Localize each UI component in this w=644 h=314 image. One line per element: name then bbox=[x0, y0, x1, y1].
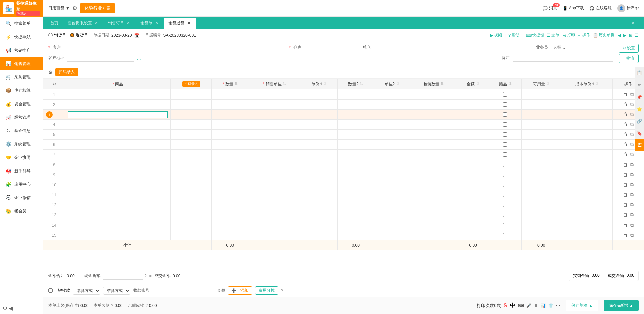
sidebar-item-newbie[interactable]: 🎯新手引导 bbox=[0, 164, 43, 178]
gift-checkbox[interactable] bbox=[503, 203, 507, 207]
gift-checkbox-wrap[interactable] bbox=[492, 173, 519, 177]
rp-link-btn[interactable]: 🔗 bbox=[635, 115, 644, 127]
address-input[interactable] bbox=[67, 54, 134, 62]
save-new-btn[interactable]: 保存&新增 ▲ bbox=[604, 300, 639, 311]
tab-close-sales_return[interactable]: ✕ bbox=[186, 21, 191, 25]
copy-row-btn[interactable]: ⧉ bbox=[630, 201, 634, 208]
tab-home[interactable]: 首页 bbox=[46, 18, 63, 29]
delete-row-btn[interactable]: 🗑 bbox=[622, 201, 628, 208]
gift-checkbox[interactable] bbox=[503, 102, 507, 107]
gift-checkbox-wrap[interactable] bbox=[492, 122, 519, 127]
debit-info-btn[interactable]: ? bbox=[111, 303, 113, 308]
copy-row-btn[interactable]: ⧉ bbox=[630, 211, 634, 218]
product-cell[interactable] bbox=[65, 230, 170, 240]
next-btn[interactable]: ▶ bbox=[623, 33, 626, 38]
trial-btn[interactable]: 体验行业方案 bbox=[80, 3, 115, 13]
delete-row-btn[interactable]: 🗑 bbox=[622, 232, 628, 238]
product-cell[interactable] bbox=[65, 170, 170, 180]
copy-row-btn[interactable]: ⧉ bbox=[630, 111, 634, 118]
gift-checkbox[interactable] bbox=[503, 112, 507, 117]
product-cell[interactable] bbox=[65, 120, 170, 130]
discount-input[interactable] bbox=[103, 272, 143, 280]
gift-checkbox-wrap[interactable] bbox=[492, 183, 519, 187]
staff-input[interactable] bbox=[551, 44, 606, 51]
product-cell[interactable] bbox=[65, 220, 170, 230]
warehouse-select-btn[interactable]: ... bbox=[373, 45, 377, 50]
gift-checkbox[interactable] bbox=[503, 142, 507, 147]
product-cell[interactable] bbox=[65, 110, 170, 120]
rp-note-btn[interactable]: 📋 bbox=[635, 67, 644, 79]
delete-row-btn[interactable]: 🗑 bbox=[622, 111, 628, 118]
gift-checkbox-wrap[interactable] bbox=[492, 112, 519, 117]
sidebar-item-system[interactable]: ⚙️系统管理 bbox=[0, 137, 43, 151]
gift-checkbox[interactable] bbox=[503, 213, 507, 217]
sidebar-collapse-btn[interactable]: ◀ bbox=[9, 305, 13, 311]
expand-tab-btn[interactable]: ⛶ bbox=[637, 20, 641, 26]
gift-checkbox-wrap[interactable] bbox=[492, 193, 519, 197]
gift-checkbox-wrap[interactable] bbox=[492, 163, 519, 167]
product-cell[interactable] bbox=[65, 180, 170, 190]
customer-select-btn[interactable]: ... bbox=[126, 45, 130, 50]
account-input[interactable] bbox=[152, 287, 208, 294]
product-cell[interactable] bbox=[65, 140, 170, 150]
tab-close-sales_order[interactable]: ✕ bbox=[126, 21, 131, 25]
sidebar-item-finance[interactable]: 💰资金管理 bbox=[0, 97, 43, 111]
add-payment-btn[interactable]: ➕ + 添加 bbox=[228, 286, 252, 295]
message-btn[interactable]: 💬 消息 70 bbox=[543, 5, 557, 11]
rp-star-btn[interactable]: ⭐ bbox=[635, 103, 644, 115]
product-input[interactable] bbox=[68, 111, 168, 118]
gift-checkbox-wrap[interactable] bbox=[492, 223, 519, 227]
sidebar-item-basic[interactable]: 🗂基础信息 bbox=[0, 124, 43, 137]
user-menu-btn[interactable]: 👤 徐泽华 bbox=[617, 4, 639, 12]
product-cell[interactable] bbox=[65, 200, 170, 210]
topbar-gear-btn[interactable]: ⚙ bbox=[72, 5, 77, 11]
copy-row-btn[interactable]: ⧉ bbox=[630, 131, 634, 138]
settings-side-btn[interactable]: ⚙ 设置 bbox=[619, 44, 639, 53]
gift-checkbox[interactable] bbox=[503, 183, 507, 187]
product-cell[interactable] bbox=[65, 190, 170, 200]
grid-view-btn[interactable]: ⊞ bbox=[629, 33, 632, 38]
staff-select-btn[interactable]: ... bbox=[609, 45, 613, 50]
settle-method-select[interactable]: 结算方式 bbox=[73, 287, 100, 295]
return-radio[interactable]: 退货单 bbox=[70, 32, 88, 38]
table-settings-btn[interactable]: ⚙ bbox=[48, 70, 53, 75]
delete-row-btn[interactable]: 🗑 bbox=[622, 222, 628, 228]
rp-orange-btn[interactable]: 🖼 bbox=[635, 139, 644, 151]
select-btn[interactable]: ☰ 选单 bbox=[547, 32, 559, 38]
gift-checkbox[interactable] bbox=[503, 223, 507, 227]
delete-row-btn[interactable]: 🗑 bbox=[622, 181, 628, 188]
calc-method-select[interactable]: 结算方式 bbox=[103, 287, 130, 295]
gift-checkbox[interactable] bbox=[503, 233, 507, 237]
copy-row-btn[interactable]: ⧉ bbox=[630, 232, 634, 239]
gift-checkbox-wrap[interactable] bbox=[492, 132, 519, 137]
app-download-btn[interactable]: 📱 App下载 bbox=[562, 5, 584, 11]
gift-checkbox[interactable] bbox=[503, 122, 507, 127]
sidebar-item-operations[interactable]: 📈经营管理 bbox=[0, 111, 43, 124]
add-row-btn[interactable]: + bbox=[46, 111, 53, 118]
list-view-btn[interactable]: ☰ bbox=[635, 33, 639, 38]
gift-checkbox[interactable] bbox=[503, 132, 507, 137]
delete-row-btn[interactable]: 🗑 bbox=[622, 141, 628, 148]
receivable-info-btn[interactable]: ? bbox=[145, 303, 148, 308]
product-cell[interactable] bbox=[65, 89, 170, 100]
copy-row-btn[interactable]: ⧉ bbox=[630, 151, 634, 158]
video-btn[interactable]: ▶ 视频 bbox=[490, 32, 502, 38]
delete-row-btn[interactable]: 🗑 bbox=[622, 171, 628, 178]
customer-input[interactable] bbox=[63, 44, 124, 51]
sidebar-item-apps[interactable]: 🧩应用中心 bbox=[0, 178, 43, 191]
delete-row-btn[interactable]: 🗑 bbox=[622, 101, 628, 108]
daily-select-btn[interactable]: 日用百货 ▼ bbox=[48, 5, 70, 11]
copy-row-btn[interactable]: ⧉ bbox=[630, 141, 634, 148]
product-cell[interactable] bbox=[65, 150, 170, 160]
rp-pin-btn[interactable]: 📌 bbox=[635, 91, 644, 103]
sales-radio[interactable]: 销货单 bbox=[48, 32, 66, 38]
gift-checkbox[interactable] bbox=[503, 173, 507, 177]
sidebar-item-inventory[interactable]: 📦库存核算 bbox=[0, 84, 43, 97]
delete-row-btn[interactable]: 🗑 bbox=[622, 91, 628, 98]
delete-row-btn[interactable]: 🗑 bbox=[622, 151, 628, 158]
copy-row-btn[interactable]: ⧉ bbox=[630, 121, 634, 128]
discount-info-btn[interactable]: ? bbox=[144, 274, 147, 278]
delete-row-btn[interactable]: 🗑 bbox=[622, 211, 628, 218]
fee-info-btn[interactable]: ? bbox=[281, 288, 283, 293]
warehouse-input[interactable] bbox=[304, 44, 360, 51]
